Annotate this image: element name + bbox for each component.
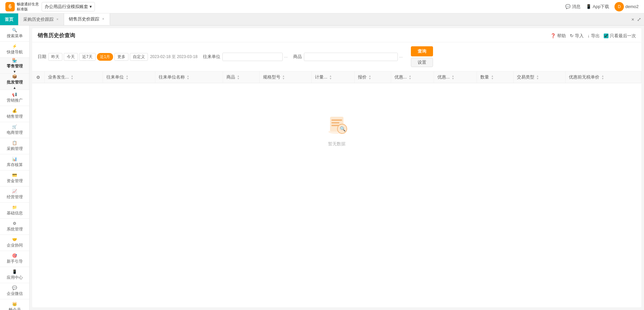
- partner-input[interactable]: [222, 53, 283, 61]
- tab-purchase-history[interactable]: 采购历史价跟踪 ×: [18, 13, 64, 25]
- table-header-row: ⚙ 业务发生... ▲▼ 往来单位 ▲▼ 往来单位名称: [32, 71, 641, 83]
- sidebar-item-member[interactable]: 👑 畅会员: [0, 299, 29, 310]
- gear-icon: ⚙: [36, 75, 40, 80]
- table-col-pretax-price[interactable]: 优惠前无税单价 ▲▼: [566, 71, 641, 83]
- sidebar-item-wholesale-mgmt[interactable]: 📦 批发管理 ▲: [0, 74, 29, 90]
- table-col-discount1[interactable]: 优惠... ▲▼: [391, 71, 434, 83]
- sort-icon: ▲▼: [536, 75, 539, 80]
- goods-label: 商品: [293, 54, 302, 60]
- sidebar-item-retail-mgmt[interactable]: 🏪 零售管理 ▼: [0, 58, 29, 74]
- sidebar: 🔍 搜索菜单 ⚡ 快捷导航 🏪 零售管理 ▼ 📦 批发管理 ▲ 📢 营销推广 💰…: [0, 25, 30, 310]
- sort-icon: ▲▼: [186, 75, 189, 80]
- table-col-gear[interactable]: ⚙: [32, 71, 44, 83]
- sidebar-item-search-menu[interactable]: 🔍 搜索菜单: [0, 25, 29, 42]
- tab-sales-history[interactable]: 销售历史价跟踪 ×: [64, 13, 110, 25]
- table-col-partner-code[interactable]: 往来单位 ▲▼: [103, 71, 155, 83]
- message-btn[interactable]: 💬 消息: [565, 4, 581, 10]
- sidebar-item-quick-nav[interactable]: ⚡ 快捷导航: [0, 42, 29, 58]
- sidebar-item-purchase-mgmt[interactable]: 📋 采购管理: [0, 138, 29, 154]
- only-last-checkbox-label[interactable]: 只看最后一次: [604, 33, 636, 39]
- svg-rect-2: [331, 119, 342, 121]
- table-col-quantity[interactable]: 数量 ▲▼: [477, 71, 514, 83]
- setting-button[interactable]: 设置: [411, 58, 433, 67]
- table-col-discount2[interactable]: 优惠... ▲▼: [434, 71, 477, 83]
- yesterday-btn[interactable]: 昨天: [48, 53, 62, 61]
- sort-icon: ▲▼: [452, 75, 454, 80]
- guide-icon: 🎯: [12, 253, 17, 258]
- close-all-tabs-icon[interactable]: ×: [631, 16, 634, 22]
- inventory-icon: 📊: [12, 157, 17, 161]
- sidebar-item-ecommerce[interactable]: 🛒 电商管理: [0, 122, 29, 138]
- export-btn[interactable]: ↓ 导出: [588, 33, 600, 39]
- partner-filter-group: 往来单位 ···: [203, 53, 288, 61]
- goods-input[interactable]: [304, 53, 398, 61]
- query-button[interactable]: 查询: [411, 46, 433, 56]
- sidebar-item-enterprise-wechat[interactable]: 💬 企业微信: [0, 283, 29, 299]
- table-col-trade-type[interactable]: 交易类型 ▲▼: [514, 71, 566, 83]
- logo-area: 6 畅捷通好生意 标准版: [5, 2, 39, 11]
- partner-label: 往来单位: [203, 54, 220, 60]
- sort-icon: ▲▼: [491, 75, 494, 80]
- table-col-spec[interactable]: 规格型号 ▲▼: [259, 71, 311, 83]
- more-btn[interactable]: 更多: [114, 53, 128, 61]
- today-btn[interactable]: 今天: [64, 53, 78, 61]
- message-icon: 💬: [565, 4, 571, 9]
- main-layout: 🔍 搜索菜单 ⚡ 快捷导航 🏪 零售管理 ▼ 📦 批发管理 ▲ 📢 营销推广 💰…: [0, 25, 644, 310]
- sidebar-item-basic-info[interactable]: 📁 基础信息: [0, 203, 29, 219]
- query-settings-group: 查询 设置: [411, 46, 433, 67]
- last1month-btn[interactable]: 近1月: [97, 53, 113, 61]
- help-icon: ❓: [550, 33, 556, 38]
- tab-home[interactable]: 首页: [0, 13, 18, 25]
- sidebar-item-inventory[interactable]: 📊 库存核算: [0, 154, 29, 170]
- last7days-btn[interactable]: 近7天: [79, 53, 96, 61]
- goods-dots[interactable]: ···: [399, 54, 403, 59]
- close-purchase-tab-icon[interactable]: ×: [56, 17, 59, 21]
- sidebar-item-operations[interactable]: 📈 经营管理: [0, 187, 29, 203]
- partner-input-group: ···: [222, 53, 288, 61]
- phone-icon: 📱: [586, 4, 591, 9]
- page-content: 销售历史价查询 ❓ 帮助 ↻ 导入 ↓ 导出: [32, 28, 641, 307]
- help-btn[interactable]: ❓ 帮助: [550, 33, 566, 39]
- date-label: 日期: [38, 54, 46, 60]
- app-download-btn[interactable]: 📱 App下载: [586, 4, 609, 10]
- member-icon: 👑: [12, 302, 17, 306]
- table-col-price[interactable]: 报价 ▲▼: [355, 71, 391, 83]
- date-range-display: 2023-02-18 至 2023-03-18: [150, 54, 197, 60]
- sales-icon: 💰: [12, 108, 17, 113]
- only-last-checkbox[interactable]: [604, 34, 608, 38]
- chevron-down-icon: ▾: [90, 4, 92, 9]
- system-icon: ⚙: [13, 221, 16, 226]
- table-col-biz-date[interactable]: 业务发生... ▲▼: [44, 71, 103, 83]
- sidebar-item-new-guide[interactable]: 🎯 新手引导: [0, 251, 29, 267]
- sort-icon: ▲▼: [601, 75, 604, 80]
- custom-btn[interactable]: 自定义: [130, 53, 148, 61]
- data-table: ⚙ 业务发生... ▲▼ 往来单位 ▲▼ 往来单位名称: [32, 71, 641, 83]
- export-icon: ↓: [588, 33, 590, 38]
- sort-icon: ▲▼: [329, 75, 332, 80]
- user-avatar-area[interactable]: D demo2: [614, 2, 639, 11]
- date-filter-group: 日期 昨天 今天 近7天 近1月 更多 自定义 2023-02-18 至 202…: [38, 53, 198, 61]
- retail-icon: 🏪: [12, 58, 17, 63]
- close-sales-tab-icon[interactable]: ×: [101, 17, 105, 21]
- sidebar-item-app-center[interactable]: 📱 应用中心: [0, 267, 29, 283]
- purchase-icon: 📋: [12, 141, 17, 145]
- ecommerce-icon: 🛒: [12, 124, 17, 129]
- sidebar-item-sales-mgmt[interactable]: 💰 销售管理: [0, 106, 29, 122]
- svg-rect-3: [331, 122, 339, 123]
- sidebar-item-marketing[interactable]: 📢 营销推广: [0, 90, 29, 106]
- wechat-icon: 💬: [12, 286, 17, 290]
- table-col-goods[interactable]: 商品 ▲▼: [223, 71, 259, 83]
- sidebar-item-system-mgmt[interactable]: ⚙ 系统管理: [0, 219, 29, 235]
- company-selector[interactable]: 办公用品行业模拟账套 ▾: [42, 2, 95, 11]
- sidebar-item-finance[interactable]: 💳 资金管理: [0, 170, 29, 187]
- sidebar-item-enterprise-collab[interactable]: 🤝 企业协同: [0, 235, 29, 251]
- table-col-unit[interactable]: 计量... ▲▼: [312, 71, 355, 83]
- import-btn[interactable]: ↻ 导入: [570, 33, 584, 39]
- table-col-partner-name[interactable]: 往来单位名称 ▲▼: [155, 71, 223, 83]
- marketing-icon: 📢: [12, 92, 17, 97]
- sort-icon: ▲▼: [237, 75, 240, 80]
- maximize-icon[interactable]: ⤢: [637, 16, 641, 22]
- tabs-actions: × ⤢: [629, 13, 644, 25]
- partner-dots[interactable]: ···: [284, 54, 288, 59]
- sort-icon: ▲▼: [71, 75, 73, 80]
